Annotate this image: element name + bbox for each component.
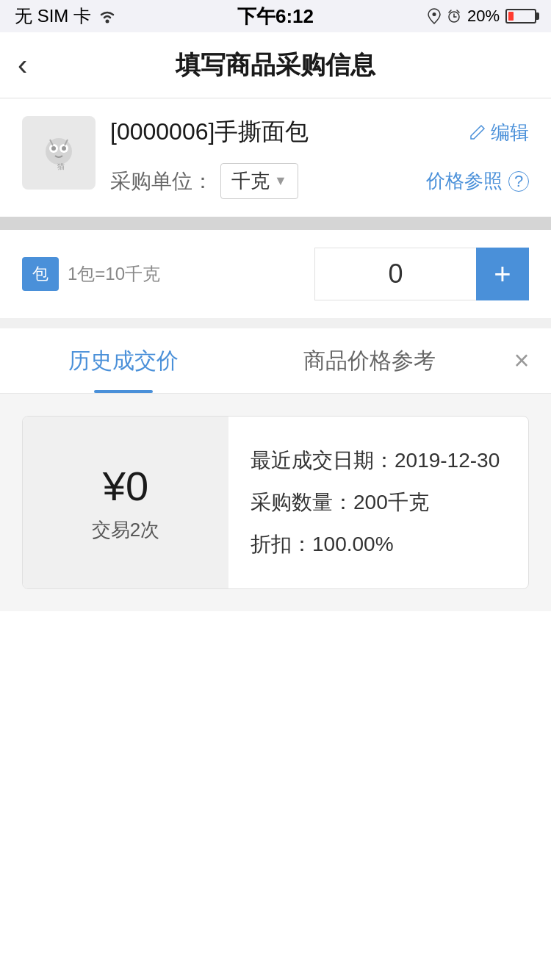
product-name: [0000006]手撕面包 — [110, 116, 309, 148]
recent-date-label: 最近成交日期： — [251, 449, 395, 472]
price-times: 交易2次 — [92, 517, 159, 543]
svg-point-5 — [46, 138, 72, 165]
product-thumbnail: 猫 — [22, 116, 96, 190]
battery-percent: 20% — [467, 7, 500, 26]
back-button[interactable]: ‹ — [18, 48, 27, 82]
product-id: [0000006] — [110, 118, 215, 145]
unit-select[interactable]: 千克 ▼ — [220, 163, 298, 199]
quantity-input[interactable] — [314, 248, 476, 300]
carrier-text: 无 SIM 卡 — [15, 4, 91, 28]
unit-ratio: 1包=10千克 — [68, 262, 160, 286]
battery-fill — [508, 12, 514, 21]
status-left: 无 SIM 卡 — [15, 4, 118, 28]
tab-product-price[interactable]: 商品价格参考 — [246, 328, 492, 393]
discount-row: 折扣：100.00% — [251, 530, 506, 558]
battery-icon — [505, 9, 536, 24]
product-info: [0000006]手撕面包 编辑 采购单位： 千克 ▼ 价格参照 ? — [110, 116, 529, 199]
gray-strip — [0, 217, 551, 230]
unit-box: 包 — [22, 257, 59, 291]
svg-point-0 — [106, 20, 109, 24]
unit-arrow: ▼ — [274, 173, 287, 189]
white-area — [0, 611, 551, 980]
price-ref-help-icon: ? — [508, 171, 529, 192]
recent-date-row: 最近成交日期：2019-12-30 — [251, 446, 506, 475]
nav-bar: ‹ 填写商品采购信息 — [0, 32, 551, 98]
purchase-row: 采购单位： 千克 ▼ 价格参照 ? — [110, 163, 529, 199]
tab-history-price[interactable]: 历史成交价 — [0, 328, 246, 393]
purchase-qty-value: 200千克 — [353, 491, 429, 514]
product-card: 猫 [0000006]手撕面包 编辑 采购单位： 千克 ▼ — [0, 98, 551, 217]
page-title: 填写商品采购信息 — [176, 48, 375, 82]
quantity-input-wrapper: + — [314, 248, 529, 300]
discount-label: 折扣： — [251, 533, 312, 555]
price-card: ¥0 交易2次 最近成交日期：2019-12-30 采购数量：200千克 折扣：… — [22, 416, 529, 589]
battery-box — [505, 9, 536, 24]
edit-icon — [469, 123, 486, 141]
edit-label: 编辑 — [491, 120, 529, 145]
unit-value: 千克 — [231, 168, 270, 194]
product-name-text: 手撕面包 — [215, 118, 309, 145]
edit-button[interactable]: 编辑 — [469, 120, 529, 145]
unit-group: 采购单位： 千克 ▼ — [110, 163, 298, 199]
status-right: 20% — [428, 7, 536, 26]
price-left: ¥0 交易2次 — [23, 417, 228, 588]
price-amount: ¥0 — [103, 462, 148, 510]
tabs-container: 历史成交价 商品价格参考 × — [0, 328, 551, 394]
purchase-qty-row: 采购数量：200千克 — [251, 488, 506, 516]
history-content: ¥0 交易2次 最近成交日期：2019-12-30 采购数量：200千克 折扣：… — [0, 394, 551, 611]
svg-point-8 — [51, 146, 56, 151]
product-image-icon: 猫 — [37, 131, 81, 175]
tab-history-label: 历史成交价 — [68, 346, 179, 376]
price-ref-button[interactable]: 价格参照 ? — [426, 168, 529, 194]
svg-point-9 — [62, 146, 66, 151]
quantity-plus-button[interactable]: + — [476, 248, 529, 300]
quantity-row: 包 1包=10千克 + — [0, 230, 551, 318]
tab-underline — [94, 390, 153, 393]
purchase-unit-label: 采购单位： — [110, 167, 213, 195]
location-icon — [428, 8, 441, 24]
svg-point-1 — [432, 12, 436, 16]
wifi-icon — [97, 9, 118, 24]
recent-date-value: 2019-12-30 — [395, 449, 500, 472]
price-right: 最近成交日期：2019-12-30 采购数量：200千克 折扣：100.00% — [228, 417, 528, 588]
product-header: [0000006]手撕面包 编辑 — [110, 116, 529, 148]
status-bar: 无 SIM 卡 下午6:12 20% — [0, 0, 551, 32]
unit-info: 包 1包=10千克 — [22, 257, 300, 291]
tabs-row: 历史成交价 商品价格参考 × — [0, 328, 551, 393]
alarm-icon — [447, 9, 461, 24]
status-time: 下午6:12 — [237, 4, 314, 29]
svg-text:猫: 猫 — [57, 162, 65, 170]
tab-close-button[interactable]: × — [492, 328, 551, 393]
tab-product-label: 商品价格参考 — [303, 346, 436, 376]
discount-value: 100.00% — [312, 533, 394, 555]
price-ref-label: 价格参照 — [426, 168, 503, 194]
purchase-qty-label: 采购数量： — [251, 491, 353, 514]
